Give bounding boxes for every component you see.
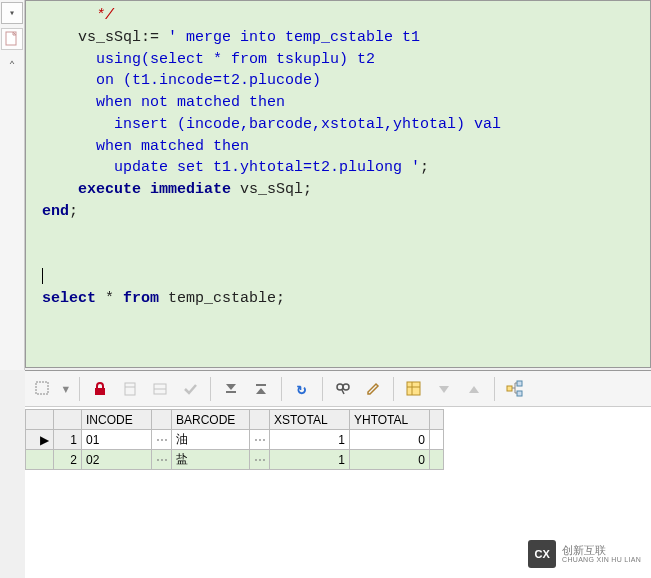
svg-rect-2 xyxy=(95,388,105,395)
refresh-button[interactable]: ↻ xyxy=(290,377,314,401)
svg-rect-16 xyxy=(517,381,522,386)
export-button[interactable] xyxy=(402,377,426,401)
watermark-logo: CX xyxy=(528,540,556,568)
svg-rect-3 xyxy=(125,383,135,395)
separator xyxy=(393,377,394,401)
separator xyxy=(281,377,282,401)
cell-barcode[interactable]: 油 xyxy=(172,430,250,450)
svg-point-9 xyxy=(337,384,343,390)
code-string: using(select * from tskuplu) t2 xyxy=(42,51,375,68)
code-keyword: select xyxy=(42,290,96,307)
row-number: 2 xyxy=(54,450,82,470)
commit-button[interactable] xyxy=(178,377,202,401)
svg-point-10 xyxy=(343,384,349,390)
separator xyxy=(494,377,495,401)
col-header-spacer xyxy=(250,410,270,430)
cell-ellipsis[interactable]: ⋯ xyxy=(152,430,172,450)
find-button[interactable] xyxy=(331,377,355,401)
col-header-incode[interactable]: INCODE xyxy=(82,410,152,430)
first-row-button[interactable] xyxy=(219,377,243,401)
code-line: vs_sSql:= xyxy=(42,29,168,46)
code-ident: vs_sSql; xyxy=(231,181,312,198)
cell-xstotal[interactable]: 1 xyxy=(270,430,350,450)
svg-rect-15 xyxy=(507,386,512,391)
code-string: when not matched then xyxy=(42,94,285,111)
cell-ellipsis[interactable]: ⋯ xyxy=(152,450,172,470)
col-header-end xyxy=(430,410,444,430)
results-toolbar: ▾ ↻ xyxy=(25,371,651,407)
col-header-spacer xyxy=(152,410,172,430)
svg-rect-1 xyxy=(36,382,48,394)
left-toolbar: ▾ ⌃ xyxy=(0,0,25,370)
row-marker-header xyxy=(26,410,54,430)
code-string: ' merge into temp_cstable t1 xyxy=(168,29,420,46)
code-comment: */ xyxy=(42,7,114,24)
row-marker: ▶ xyxy=(26,430,54,450)
lock-button[interactable] xyxy=(88,377,112,401)
code-keyword: from xyxy=(123,290,159,307)
svg-rect-7 xyxy=(226,391,236,393)
col-header-yhtotal[interactable]: YHTOTAL xyxy=(350,410,430,430)
collapse-up-button[interactable] xyxy=(462,377,486,401)
watermark-text: 创新互联 CHUANG XIN HU LIAN xyxy=(562,544,641,564)
row-number: 1 xyxy=(54,430,82,450)
cell-incode[interactable]: 02 xyxy=(82,450,152,470)
code-space xyxy=(141,181,150,198)
col-header-xstotal[interactable]: XSTOTAL xyxy=(270,410,350,430)
cell-ellipsis[interactable]: ⋯ xyxy=(250,430,270,450)
cell-end xyxy=(430,430,444,450)
dropdown-icon[interactable]: ▾ xyxy=(61,379,71,399)
watermark-line1: 创新互联 xyxy=(562,544,641,556)
text-caret xyxy=(42,268,43,284)
separator xyxy=(79,377,80,401)
toolbar-dropdown-button[interactable]: ▾ xyxy=(1,2,23,24)
svg-line-11 xyxy=(342,390,344,394)
collapse-down-button[interactable] xyxy=(432,377,456,401)
row-marker xyxy=(26,450,54,470)
sql-code[interactable]: */ vs_sSql:= ' merge into temp_cstable t… xyxy=(26,1,650,318)
edit-button[interactable] xyxy=(361,377,385,401)
cell-xstotal[interactable]: 1 xyxy=(270,450,350,470)
watermark-line2: CHUANG XIN HU LIAN xyxy=(562,556,641,564)
table-row[interactable]: 2 02 ⋯ 盐 ⋯ 1 0 xyxy=(26,450,444,470)
cell-yhtotal[interactable]: 0 xyxy=(350,430,430,450)
code-string: on (t1.incode=t2.plucode) xyxy=(42,72,321,89)
code-punct: ; xyxy=(420,159,429,176)
svg-rect-12 xyxy=(407,382,420,395)
code-text: * xyxy=(96,290,123,307)
code-string: when matched then xyxy=(42,138,249,155)
grid-select-button[interactable] xyxy=(31,377,55,401)
sql-editor[interactable]: */ vs_sSql:= ' merge into temp_cstable t… xyxy=(25,0,651,368)
cell-incode[interactable]: 01 xyxy=(82,430,152,450)
watermark: CX 创新互联 CHUANG XIN HU LIAN xyxy=(528,540,641,568)
code-keyword: end xyxy=(42,203,69,220)
code-string: insert (incode,barcode,xstotal,yhtotal) … xyxy=(42,116,501,133)
code-punct: ; xyxy=(69,203,78,220)
cell-barcode[interactable]: 盐 xyxy=(172,450,250,470)
cell-yhtotal[interactable]: 0 xyxy=(350,450,430,470)
code-indent xyxy=(42,181,78,198)
svg-rect-8 xyxy=(256,384,266,386)
collapse-up-button[interactable]: ⌃ xyxy=(1,54,23,76)
row-number-header xyxy=(54,410,82,430)
code-keyword: immediate xyxy=(150,181,231,198)
table-row[interactable]: ▶ 1 01 ⋯ 油 ⋯ 1 0 xyxy=(26,430,444,450)
fetch-page-button[interactable] xyxy=(118,377,142,401)
code-keyword: execute xyxy=(78,181,141,198)
separator xyxy=(210,377,211,401)
new-file-button[interactable] xyxy=(1,28,23,50)
cell-ellipsis[interactable]: ⋯ xyxy=(250,450,270,470)
grid-header-row: INCODE BARCODE XSTOTAL YHTOTAL xyxy=(26,410,444,430)
svg-rect-17 xyxy=(517,391,522,396)
results-grid[interactable]: INCODE BARCODE XSTOTAL YHTOTAL ▶ 1 01 ⋯ … xyxy=(25,409,444,470)
tree-view-button[interactable] xyxy=(503,377,527,401)
fetch-all-button[interactable] xyxy=(148,377,172,401)
last-row-button[interactable] xyxy=(249,377,273,401)
col-header-barcode[interactable]: BARCODE xyxy=(172,410,250,430)
separator xyxy=(322,377,323,401)
cell-end xyxy=(430,450,444,470)
code-text: temp_cstable; xyxy=(159,290,285,307)
code-string: update set t1.yhtotal=t2.plulong ' xyxy=(42,159,420,176)
